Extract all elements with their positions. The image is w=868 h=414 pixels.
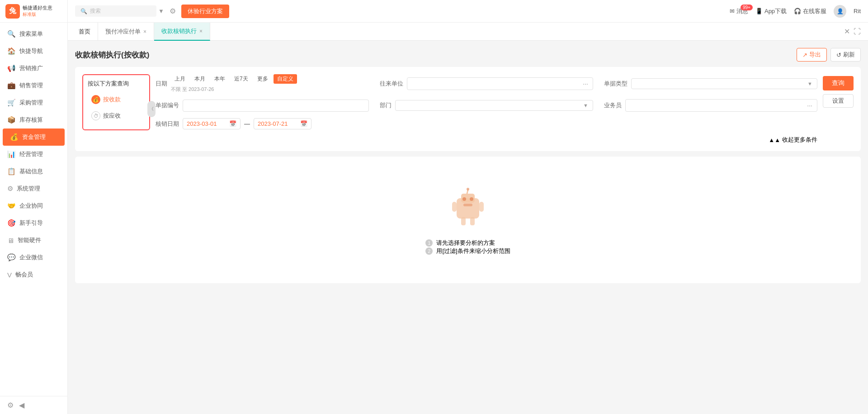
app-download-button[interactable]: 📱 App下载 bbox=[755, 7, 787, 15]
empty-state: 1 请先选择要分析的方案 2 用[过滤]条件来缩小分析范围 bbox=[75, 157, 861, 283]
message-button[interactable]: ✉ 消息 99+ bbox=[730, 7, 748, 15]
collapse-icon[interactable]: ◀ bbox=[19, 401, 24, 409]
staff-label: 业务员 bbox=[604, 101, 622, 109]
empty-tip-2: 2 用[过滤]条件来缩小分析范围 bbox=[425, 247, 510, 255]
date-tab-7days[interactable]: 近7天 bbox=[231, 74, 252, 84]
nav-icon-3: 💼 bbox=[7, 81, 16, 90]
empty-tip-1: 1 请先选择要分析的方案 bbox=[425, 239, 510, 247]
industry-solution-button[interactable]: 休验行业方案 bbox=[181, 5, 229, 18]
search-chevron-icon[interactable]: ▼ bbox=[158, 8, 164, 14]
sidebar-item-库存核算[interactable]: 📦库存核算 bbox=[0, 111, 67, 128]
online-service-button[interactable]: 🎧 在线客服 bbox=[794, 7, 826, 15]
nav-label-1: 快捷导航 bbox=[19, 47, 43, 55]
date-tab-custom[interactable]: 自定义 bbox=[274, 74, 297, 84]
nav-icon-9: ⚙ bbox=[7, 185, 13, 193]
counterparty-label: 往来单位 bbox=[380, 80, 403, 88]
tab-home[interactable]: 首页 bbox=[71, 23, 98, 41]
refresh-icon: ↺ bbox=[836, 52, 841, 58]
nav-icon-0: 🔍 bbox=[7, 30, 16, 38]
tab-close-prepay[interactable]: × bbox=[143, 29, 146, 35]
doc-type-select[interactable]: ▼ bbox=[631, 78, 817, 89]
filter-option-by-receipt[interactable]: 💰 按收款 bbox=[88, 92, 145, 107]
app-logo-text: 畅捷通好生意 标准版 bbox=[23, 5, 52, 17]
sidebar-item-销售管理[interactable]: 💼销售管理 bbox=[0, 77, 67, 94]
tabbar: 首页 预付冲应付单 × 收款核销执行 × ✕ ⛶ bbox=[68, 23, 868, 41]
filter-option-by-receivable[interactable]: ⏱ 按应收 bbox=[88, 109, 145, 123]
tab-close-receipt[interactable]: × bbox=[199, 28, 203, 34]
settings-icon[interactable]: ⚙ bbox=[7, 401, 14, 409]
nav-label-9: 系统管理 bbox=[17, 185, 40, 193]
window-close-icon[interactable]: ✕ bbox=[844, 27, 850, 36]
user-name[interactable]: Rit bbox=[854, 8, 861, 14]
dept-label: 部门 bbox=[380, 101, 392, 109]
sidebar-item-畅会员[interactable]: V畅会员 bbox=[0, 266, 67, 283]
doc-number-label: 单据编号 bbox=[156, 101, 179, 109]
staff-dots-icon[interactable]: ··· bbox=[807, 102, 812, 109]
refresh-button[interactable]: ↺ 刷新 bbox=[830, 48, 861, 62]
sidebar: 兔 畅捷通好生意 标准版 🔍搜索菜单🏠快捷导航📢营销推广💼销售管理🛒采购管理📦库… bbox=[0, 0, 68, 414]
nav-label-11: 新手引导 bbox=[19, 219, 43, 227]
date-range-separator: — bbox=[244, 120, 250, 127]
svg-rect-5 bbox=[452, 202, 457, 212]
date-tab-more[interactable]: 更多 bbox=[254, 74, 272, 84]
sidebar-item-资金管理[interactable]: 💰资金管理 bbox=[3, 128, 65, 146]
sidebar-item-企业微信[interactable]: 💬企业微信 bbox=[0, 249, 67, 266]
doc-type-chevron-icon: ▼ bbox=[807, 81, 812, 86]
svg-point-10 bbox=[467, 188, 469, 190]
search-box[interactable]: 🔍 搜索 bbox=[75, 5, 156, 17]
doc-number-input[interactable] bbox=[183, 100, 369, 112]
collapse-more-row[interactable]: ▲▲ 收起更多条件 bbox=[156, 136, 817, 144]
staff-input[interactable]: ··· bbox=[625, 99, 817, 112]
date-field-content: 上月 本月 本年 近7天 更多 自定义 不限 至 2023-07-26 bbox=[171, 74, 369, 93]
verify-date-start-input[interactable] bbox=[187, 120, 227, 127]
sidebar-item-营销推广[interactable]: 📢营销推广 bbox=[0, 60, 67, 77]
nav-label-2: 营销推广 bbox=[19, 64, 43, 72]
tab-prepay[interactable]: 预付冲应付单 × bbox=[98, 23, 154, 41]
date-tab-this-month[interactable]: 本月 bbox=[191, 74, 209, 84]
sidebar-item-采购管理[interactable]: 🛒采购管理 bbox=[0, 94, 67, 111]
collapse-up-icon: ▲▲ bbox=[769, 137, 780, 143]
sidebar-item-系统管理[interactable]: ⚙系统管理 bbox=[0, 180, 67, 197]
verify-date-end-input[interactable] bbox=[258, 120, 298, 127]
doc-type-label: 单据类型 bbox=[604, 80, 627, 88]
sidebar-item-企业协同[interactable]: 🤝企业协同 bbox=[0, 197, 67, 214]
sidebar-item-基础信息[interactable]: 📋基础信息 bbox=[0, 163, 67, 180]
topbar-right-actions: ✉ 消息 99+ 📱 App下载 🎧 在线客服 👤 Rit bbox=[730, 5, 861, 18]
empty-illustration bbox=[445, 185, 491, 230]
sidebar-item-新手引导[interactable]: 🎯新手引导 bbox=[0, 214, 67, 232]
counterparty-input[interactable]: ··· bbox=[407, 77, 593, 90]
dept-select[interactable]: ▼ bbox=[395, 100, 593, 111]
user-avatar[interactable]: 👤 bbox=[834, 5, 846, 18]
sidebar-item-经营管理[interactable]: 📊经营管理 bbox=[0, 146, 67, 163]
svg-point-3 bbox=[470, 197, 473, 201]
date-note: 不限 至 2023-07-26 bbox=[171, 86, 369, 93]
svg-point-2 bbox=[462, 197, 466, 201]
filter-row-2: 单据编号 部门 ▼ 业务员 bbox=[156, 99, 817, 112]
doc-type-field: 单据类型 ▼ bbox=[604, 74, 817, 93]
filter-settings-button[interactable]: 设置 bbox=[823, 94, 854, 108]
counterparty-dots-icon[interactable]: ··· bbox=[583, 80, 588, 87]
export-button[interactable]: ↗ 导出 bbox=[797, 48, 827, 62]
nav-icon-6: 💰 bbox=[10, 133, 19, 141]
topbar-gear-icon[interactable]: ⚙ bbox=[170, 7, 176, 15]
message-icon: ✉ bbox=[730, 8, 735, 14]
date-tab-this-year[interactable]: 本年 bbox=[211, 74, 229, 84]
calendar-end-icon[interactable]: 📅 bbox=[300, 120, 307, 127]
filter-row-1: 日期 上月 本月 本年 近7天 更多 自定义 不限 至 2023-07-26 bbox=[156, 74, 817, 93]
date-tab-last-month[interactable]: 上月 bbox=[171, 74, 189, 84]
main-area: 🔍 搜索 ▼ ⚙ 休验行业方案 ✉ 消息 99+ 📱 App下载 🎧 在线客服 … bbox=[68, 0, 868, 414]
calendar-start-icon[interactable]: 📅 bbox=[229, 120, 236, 127]
sidebar-collapse-button[interactable]: 《 bbox=[147, 101, 156, 117]
window-expand-icon[interactable]: ⛶ bbox=[854, 28, 861, 36]
doc-number-field: 单据编号 bbox=[156, 99, 369, 112]
verify-date-end-wrap: 📅 bbox=[254, 118, 311, 129]
page-header: 收款核销执行(按收款) ↗ 导出 ↺ 刷新 bbox=[75, 48, 861, 62]
nav-icon-7: 📊 bbox=[7, 150, 16, 158]
sidebar-item-快捷导航[interactable]: 🏠快捷导航 bbox=[0, 43, 67, 60]
sidebar-item-搜索菜单[interactable]: 🔍搜索菜单 bbox=[0, 25, 67, 43]
sidebar-item-智能硬件[interactable]: 🖥智能硬件 bbox=[0, 232, 67, 249]
tab-receipt-writeoff[interactable]: 收款核销执行 × bbox=[154, 23, 210, 41]
query-button[interactable]: 查询 bbox=[823, 76, 854, 90]
service-icon: 🎧 bbox=[794, 8, 801, 14]
filter-sidebar-title: 按以下方案查询 bbox=[88, 80, 145, 88]
